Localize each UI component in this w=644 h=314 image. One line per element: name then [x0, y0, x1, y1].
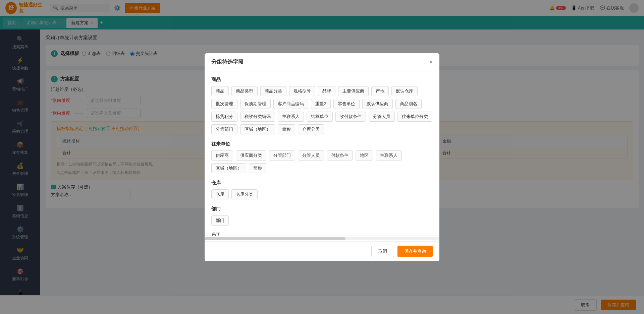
field-tag[interactable]: 仓库分类	[298, 124, 324, 134]
field-tag[interactable]: 分管部门	[269, 150, 295, 161]
field-tags-warehouse: 仓库 仓库分类	[211, 189, 433, 199]
field-tag[interactable]: 主要供应商	[338, 86, 369, 96]
field-tag[interactable]: 拣货积分	[211, 112, 237, 122]
field-tag[interactable]: 主联系人	[376, 150, 402, 161]
field-tags-partner: 供应商 供应商分类 分管部门 分管人员 付款条件 地区 主联系人 区域（地区） …	[211, 150, 433, 173]
field-tag[interactable]: 付款条件	[327, 150, 353, 161]
horizontal-scrollbar[interactable]	[205, 237, 439, 240]
field-group-product: 商品 商品 商品类型 商品分类 规格型号 品牌 主要供应商 产地 默认仓库 批次…	[211, 77, 433, 134]
field-tag[interactable]: 分管部门	[211, 124, 237, 134]
field-tag[interactable]: 商品别名	[395, 99, 422, 109]
field-tag[interactable]: 产地	[371, 86, 389, 96]
field-tag[interactable]: 区域（地区）	[240, 124, 275, 134]
field-tag[interactable]: 默认供应商	[362, 99, 393, 109]
field-tag[interactable]: 地区	[356, 150, 373, 161]
field-tag[interactable]: 往来单位分类	[397, 112, 432, 122]
field-tag[interactable]: 默认仓库	[391, 86, 418, 96]
field-tag[interactable]: 重量3	[311, 99, 331, 109]
modal-hscroll	[205, 236, 439, 241]
field-tag[interactable]: 供应商	[211, 150, 233, 161]
field-group-employee: 员工 业务员	[211, 232, 433, 236]
hscroll-thumb	[205, 237, 345, 240]
field-tag[interactable]: 简称	[278, 124, 295, 134]
field-group-employee-title: 员工	[211, 232, 433, 236]
field-tag[interactable]: 商品分类	[260, 86, 286, 96]
field-tag[interactable]: 商品	[211, 86, 229, 96]
field-tag[interactable]: 仓库	[211, 189, 229, 199]
field-tag[interactable]: 保质期管理	[240, 99, 271, 109]
field-tag[interactable]: 零售单位	[333, 99, 360, 109]
field-tag[interactable]: 主联系人	[278, 112, 304, 122]
field-tags-product: 商品 商品类型 商品分类 规格型号 品牌 主要供应商 产地 默认仓库 批次管理 …	[211, 86, 433, 134]
modal: 分组待选字段 × 商品 商品 商品类型 商品分类 规格型号 品牌 主要供应商 产…	[205, 53, 439, 261]
field-group-warehouse: 仓库 仓库 仓库分类	[211, 180, 433, 199]
modal-title: 分组待选字段	[211, 59, 244, 66]
modal-save-button[interactable]: 保存并查询	[397, 246, 433, 257]
field-tag[interactable]: 规格型号	[289, 86, 315, 96]
modal-overlay: 分组待选字段 × 商品 商品 商品类型 商品分类 规格型号 品牌 主要供应商 产…	[0, 0, 644, 314]
field-tag[interactable]: 分管人员	[298, 150, 324, 161]
field-tags-department: 部门	[211, 215, 433, 226]
field-tag[interactable]: 简称	[249, 163, 266, 173]
field-group-partner-title: 往来单位	[211, 141, 433, 147]
field-tag[interactable]: 税收分类编码	[240, 112, 275, 122]
field-tag[interactable]: 品牌	[318, 86, 335, 96]
field-tag[interactable]: 分管人员	[369, 112, 395, 122]
modal-body: 商品 商品 商品类型 商品分类 规格型号 品牌 主要供应商 产地 默认仓库 批次…	[205, 71, 439, 236]
field-tag[interactable]: 结算单位	[307, 112, 333, 122]
field-tag[interactable]: 商品类型	[231, 86, 258, 96]
field-tag[interactable]: 批次管理	[211, 99, 237, 109]
field-group-partner: 往来单位 供应商 供应商分类 分管部门 分管人员 付款条件 地区 主联系人 区域…	[211, 141, 433, 173]
modal-close-button[interactable]: ×	[429, 59, 433, 66]
field-tag[interactable]: 供应商分类	[236, 150, 266, 161]
field-group-department-title: 部门	[211, 206, 433, 212]
field-tag[interactable]: 仓库分类	[231, 189, 258, 199]
field-tag[interactable]: 客户商品编码	[273, 99, 308, 109]
modal-footer: 取消 保存并查询	[205, 241, 439, 261]
field-group-department: 部门 部门	[211, 206, 433, 226]
field-tag[interactable]: 区域（地区）	[211, 163, 246, 173]
modal-cancel-button[interactable]: 取消	[371, 246, 394, 257]
field-group-product-title: 商品	[211, 77, 433, 83]
modal-header: 分组待选字段 ×	[205, 53, 439, 71]
field-group-warehouse-title: 仓库	[211, 180, 433, 186]
field-tag[interactable]: 收付款条件	[335, 112, 366, 122]
field-tag[interactable]: 部门	[211, 215, 229, 226]
